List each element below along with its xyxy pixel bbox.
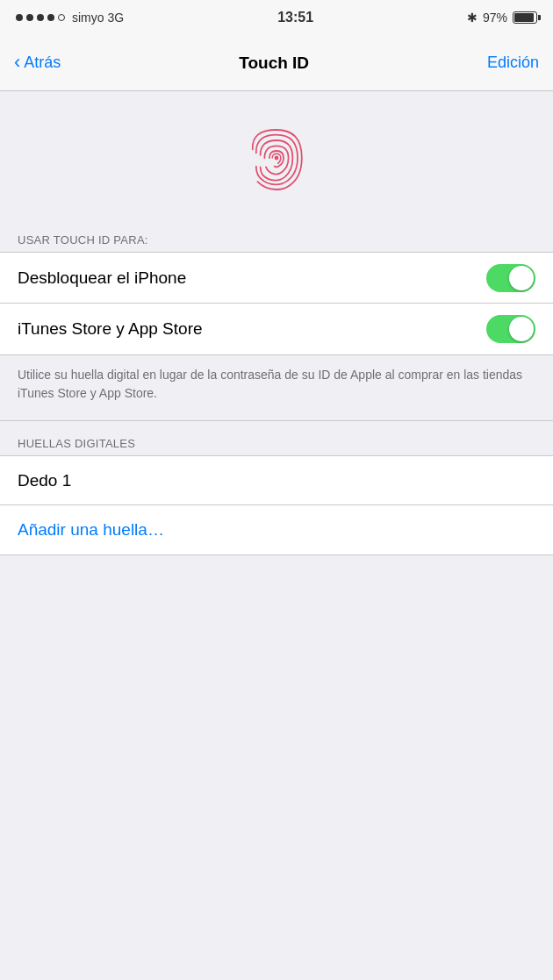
nav-bar: ‹ Atrás Touch ID Edición <box>0 35 553 91</box>
add-huella-row[interactable]: Añadir una huella… <box>0 505 553 554</box>
itunes-appstore-toggle[interactable] <box>486 315 535 343</box>
dedo1-row[interactable]: Dedo 1 <box>0 456 553 505</box>
status-bar: simyo 3G 13:51 ✱ 97% <box>0 0 553 35</box>
network-label: 3G <box>108 11 125 25</box>
info-text: Utilice su huella digital en lugar de la… <box>18 368 522 400</box>
page-title: Touch ID <box>239 54 309 73</box>
huellas-header: HUELLAS DIGITALES <box>0 421 553 455</box>
fingerprint-icon <box>241 123 312 193</box>
edit-button[interactable]: Edición <box>487 54 539 72</box>
carrier-label: simyo <box>72 11 104 25</box>
toggle-knob-2 <box>509 317 534 341</box>
back-label: Atrás <box>24 54 61 72</box>
use-touchid-header: USAR TOUCH ID PARA: <box>0 225 553 252</box>
toggle-knob <box>509 266 534 290</box>
add-huella-label: Añadir una huella… <box>18 520 164 540</box>
huellas-list: Dedo 1 Añadir una huella… <box>0 455 553 555</box>
info-text-section: Utilice su huella digital en lugar de la… <box>0 355 553 421</box>
svg-point-0 <box>275 156 279 161</box>
itunes-appstore-row[interactable]: iTunes Store y App Store <box>0 304 553 354</box>
bottom-area <box>0 555 553 731</box>
touchid-settings-list: Desbloquear el iPhone iTunes Store y App… <box>0 252 553 355</box>
battery-icon <box>513 11 537 24</box>
unlock-iphone-row[interactable]: Desbloquear el iPhone <box>0 253 553 304</box>
bluetooth-icon: ✱ <box>467 11 478 25</box>
dot-1 <box>16 14 23 21</box>
signal-dots <box>16 14 65 21</box>
itunes-appstore-label: iTunes Store y App Store <box>18 319 203 339</box>
status-left: simyo 3G <box>16 11 124 25</box>
dedo1-label: Dedo 1 <box>18 471 71 490</box>
status-time: 13:51 <box>277 10 313 25</box>
fingerprint-section <box>0 91 553 225</box>
battery-fill <box>514 13 534 22</box>
dot-2 <box>26 14 33 21</box>
unlock-iphone-toggle[interactable] <box>486 264 535 292</box>
battery-percent: 97% <box>483 11 507 25</box>
back-button[interactable]: ‹ Atrás <box>14 54 61 72</box>
dot-5 <box>58 14 65 21</box>
dot-3 <box>37 14 44 21</box>
unlock-iphone-label: Desbloquear el iPhone <box>18 268 186 288</box>
dot-4 <box>47 14 54 21</box>
status-right: ✱ 97% <box>467 11 537 25</box>
chevron-left-icon: ‹ <box>14 53 20 72</box>
